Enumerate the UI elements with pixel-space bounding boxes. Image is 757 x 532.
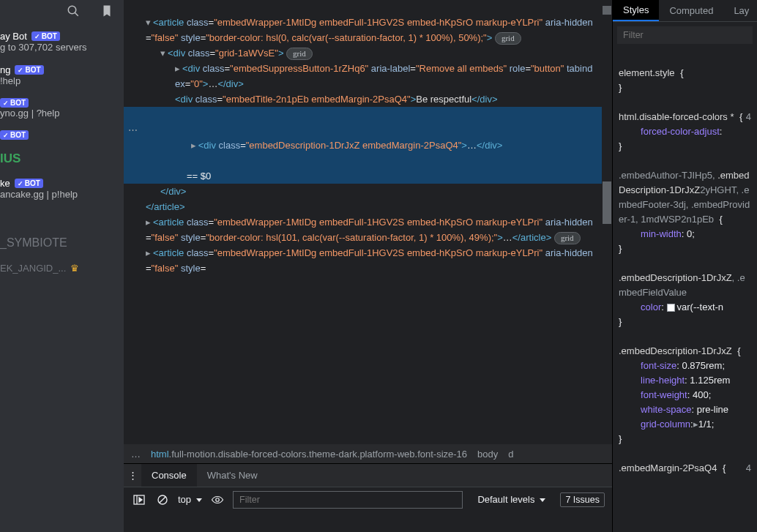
grid-badge[interactable]: grid: [286, 48, 313, 60]
svg-line-1: [75, 12, 78, 16]
selected-node[interactable]: ⋯ ▸<div class="embedDescription-1DrJxZ e…: [124, 107, 612, 168]
context-selector[interactable]: top: [178, 494, 202, 505]
search-icon[interactable]: [67, 4, 80, 18]
console-messages[interactable]: [124, 512, 612, 532]
toggle-sidebar-icon[interactable]: [131, 492, 147, 508]
bookmark-icon[interactable]: [100, 4, 113, 18]
live-expression-icon[interactable]: [209, 492, 225, 508]
clear-console-icon[interactable]: [154, 492, 171, 508]
styles-filter-input[interactable]: [617, 26, 753, 44]
more-vertical-icon[interactable]: ⋮: [124, 464, 141, 487]
svg-line-6: [160, 497, 165, 503]
grid-badge[interactable]: grid: [554, 232, 581, 244]
bot-badge: BOT: [15, 65, 43, 75]
issues-button[interactable]: 7 Issues: [560, 492, 605, 507]
bot-badge: BOT: [0, 98, 29, 108]
styles-rules[interactable]: element.style { } html.disable-forced-co…: [613, 48, 757, 493]
tab-whats-new[interactable]: What's New: [197, 464, 268, 487]
dom-tree[interactable]: ▾<article class="embedWrapper-1MtIDg emb…: [124, 0, 612, 444]
styles-tabs: Styles Computed Lay: [613, 0, 757, 22]
devtools-elements-panel: ▾<article class="embedWrapper-1MtIDg emb…: [124, 0, 612, 532]
svg-point-0: [68, 6, 76, 14]
discord-sidebar: ay BotBOT g to 307,702 servers ngBOT !he…: [0, 0, 124, 532]
bot-sub: !help: [0, 75, 116, 86]
member-ius[interactable]: IUS: [0, 151, 116, 166]
bot-name[interactable]: ng: [0, 64, 10, 75]
bot-sub: yno.gg | ?help: [0, 108, 116, 119]
breadcrumb-overflow[interactable]: …: [131, 449, 141, 460]
console-filter-input[interactable]: [233, 491, 463, 509]
color-swatch[interactable]: [667, 304, 675, 312]
log-levels-selector[interactable]: Default levels: [477, 494, 545, 505]
tree-scrollbar[interactable]: [602, 0, 612, 444]
svg-marker-4: [139, 498, 142, 502]
bot-badge: BOT: [0, 130, 29, 140]
bot-sub: ancake.gg | p!help: [0, 189, 116, 200]
bot-sub: g to 307,702 servers: [0, 42, 116, 53]
grid-badge[interactable]: grid: [495, 32, 521, 45]
bot-name[interactable]: ay Bot: [0, 31, 27, 42]
tab-computed[interactable]: Computed: [659, 0, 723, 21]
tab-console[interactable]: Console: [141, 464, 197, 487]
drawer-tabs: ⋮ Console What's New: [124, 463, 612, 487]
bot-badge: BOT: [15, 179, 43, 188]
bot-badge: BOT: [31, 31, 60, 41]
dollar-zero: == $0: [187, 171, 211, 181]
tab-layout[interactable]: Lay: [723, 0, 757, 21]
member-jangid[interactable]: EK_JANGID_...♛: [0, 261, 116, 274]
member-symbiote[interactable]: _SYMBIOTE: [0, 236, 116, 250]
console-toolbar: top Default levels 7 Issues: [124, 487, 612, 512]
breadcrumb[interactable]: … html.full-motion.disable-forced-colors…: [124, 444, 612, 463]
bot-name[interactable]: ke: [0, 178, 10, 189]
crown-icon: ♛: [70, 263, 79, 274]
styles-panel: Styles Computed Lay element.style { } ht…: [612, 0, 757, 532]
svg-point-7: [216, 498, 220, 501]
ellipsis-icon: ⋯: [128, 122, 138, 138]
tab-styles[interactable]: Styles: [613, 0, 659, 21]
